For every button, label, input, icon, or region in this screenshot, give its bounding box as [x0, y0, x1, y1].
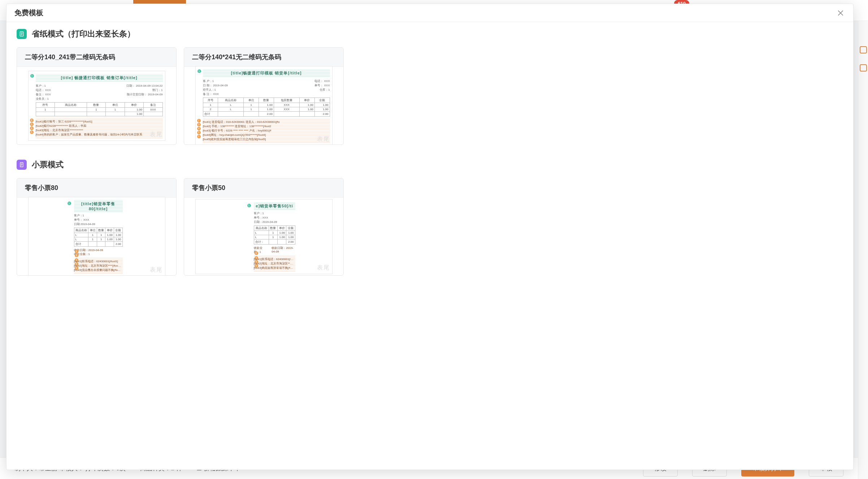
template-card-140-241-noqr[interactable]: 二等分140*241无二维码无条码 1 [title]畅捷通打印模板 销货单[/…	[184, 47, 344, 145]
close-icon	[837, 9, 844, 17]
modal-body[interactable]: 省纸模式（打印出来竖长条） 二等分140_241带二维码无条码 1 [title…	[6, 22, 853, 470]
section-icon	[17, 29, 27, 39]
card-title: 零售小票50	[184, 178, 343, 198]
section-icon	[17, 160, 27, 170]
section-title: 小票模式	[32, 159, 64, 170]
template-preview: 1 [title]畅捷通打印模板 销货单[/title] 客 户：1电话： XX…	[195, 66, 333, 145]
modal-header: 免费模板	[6, 4, 853, 22]
template-modal: 免费模板 省纸模式（打印出来竖长条） 二等分140_241带二维码无条码	[6, 4, 854, 470]
section-paper-save: 省纸模式（打印出来竖长条） 二等分140_241带二维码无条码 1 [title…	[17, 29, 843, 145]
template-card-receipt-50[interactable]: 零售小票50 1 e]销货单零售50[/ti 客户：1 单号：XXX 日期：20…	[184, 178, 344, 276]
modal-overlay: 免费模板 省纸模式（打印出来竖长条） 二等分140_241带二维码无条码	[0, 0, 868, 479]
template-preview: 1 [title]销货单零售80[/title] 客户：1 单号： XXX 日期…	[28, 197, 165, 276]
template-card-receipt-80[interactable]: 零售小票80 1 [title]销货单零售80[/title] 客户：1 单号：…	[17, 178, 177, 276]
receipt-icon	[19, 162, 25, 168]
close-button[interactable]	[836, 8, 845, 18]
modal-title: 免费模板	[14, 8, 43, 18]
card-title: 零售小票80	[17, 178, 176, 198]
template-preview: 1 e]销货单零售50[/ti 客户：1 单号：XXX 日期：2019-04-0…	[195, 199, 333, 274]
card-title: 二等分140_241带二维码无条码	[17, 48, 176, 67]
card-title: 二等分140*241无二维码无条码	[184, 48, 343, 67]
section-receipt: 小票模式 零售小票80 1 [title]销货单零售80[/title] 客户：…	[17, 159, 843, 276]
document-icon	[19, 31, 25, 37]
section-title: 省纸模式（打印出来竖长条）	[32, 29, 135, 39]
template-card-140-241-qr[interactable]: 二等分140_241带二维码无条码 1 [title] 畅捷通打印模板 销售订单…	[17, 47, 177, 145]
watermark: 表尾	[150, 266, 163, 274]
template-preview: 1 [title] 畅捷通打印模板 销售订单[/title] 客户：1日期： 2…	[28, 71, 165, 141]
watermark: 表尾	[317, 264, 330, 272]
